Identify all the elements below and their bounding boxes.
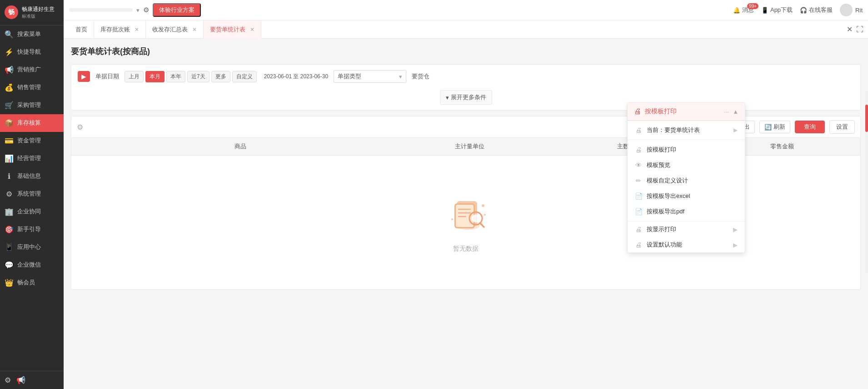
dropdown-item-template-export-pdf[interactable]: 📄按模板导出pdf <box>628 204 745 219</box>
logo-icon: 畅 <box>5 5 18 19</box>
date-btn-上月[interactable]: 上月 <box>125 71 144 82</box>
sidebar-item-quick-nav[interactable]: ⚡快捷导航 <box>0 43 64 61</box>
member-nav-icon: 👑 <box>5 278 14 287</box>
date-btn-本年[interactable]: 本年 <box>166 71 185 82</box>
date-btn-本月[interactable]: 本月 <box>145 71 165 82</box>
tabbar-actions: ✕ ⛶ <box>842 25 868 34</box>
basic-info-nav-icon: ℹ <box>5 172 14 181</box>
dropdown-current-arrow-icon: ▶ <box>733 127 738 133</box>
svg-point-8 <box>472 214 480 222</box>
dropdown-current-section: 🖨 当前：要货单统计表 ▶ <box>628 121 745 140</box>
expand-more-arrow-icon: ▾ <box>446 94 449 101</box>
wechat-nav-label: 企业微信 <box>17 261 41 269</box>
trial-button[interactable]: 体验行业方案 <box>153 3 201 17</box>
dropdown-item-label-template-print: 按模板打印 <box>647 146 738 154</box>
refresh-button[interactable]: 🔄 刷新 <box>759 121 790 133</box>
tab-close-inventory-batch[interactable]: ✕ <box>135 26 139 33</box>
dropdown-item-label-template-preview: 模板预览 <box>647 161 738 169</box>
dropdown-item-icon-template-design: ✏ <box>635 177 642 184</box>
purchase-nav-icon: 🛒 <box>5 101 14 110</box>
dropdown-item-icon-template-print: 🖨 <box>635 146 642 153</box>
sales-nav-icon: 💰 <box>5 83 14 92</box>
right-scrollbar-thumb[interactable] <box>865 105 868 132</box>
date-btn-更多[interactable]: 更多 <box>211 71 230 82</box>
sidebar-item-inventory[interactable]: 📦库存核算 <box>0 114 64 132</box>
online-service-button[interactable]: 🎧 在线客服 <box>800 6 833 14</box>
tab-inventory-batch[interactable]: 库存批次账✕ <box>94 20 146 39</box>
expand-more-button[interactable]: ▾ 展开更多条件 <box>440 90 492 105</box>
tab-receipt-summary[interactable]: 收发存汇总表✕ <box>146 20 204 39</box>
dropdown-print-icon: 🖨 <box>634 107 641 116</box>
type-select[interactable]: 单据类型 ▾ <box>334 70 406 83</box>
svg-point-12 <box>484 214 486 216</box>
sidebar-item-wechat[interactable]: 💬企业微信 <box>0 256 64 274</box>
dropdown-item-icon-template-export-excel: 📄 <box>635 192 642 200</box>
topbar: ▾ ⚙ 体验行业方案 🔔 消息 99+ 📱 App下载 🎧 在线客服 Rit <box>64 0 868 20</box>
dropdown-item-template-print[interactable]: 🖨按模板打印 <box>628 142 745 157</box>
sidebar-nav: 🔍搜索菜单⚡快捷导航📢营销推广💰销售管理🛒采购管理📦库存核算💳资金管理📊经营管理… <box>0 25 64 371</box>
sidebar-item-basic-info[interactable]: ℹ基础信息 <box>0 167 64 185</box>
tab-order-stats[interactable]: 要货单统计表✕ <box>204 20 261 39</box>
date-btn-自定义[interactable]: 自定义 <box>232 71 257 82</box>
sidebar-item-app-center[interactable]: 📱应用中心 <box>0 238 64 256</box>
messages-button[interactable]: 🔔 消息 99+ <box>733 6 754 14</box>
settings-icon[interactable]: ⚙ <box>5 376 11 384</box>
dropdown-item-template-design[interactable]: ✏模板自定义设计 <box>628 173 745 188</box>
avatar <box>840 4 853 16</box>
topbar-gear-icon[interactable]: ⚙ <box>143 6 149 14</box>
sidebar-item-marketing[interactable]: 📢营销推广 <box>0 61 64 79</box>
settings-button[interactable]: 设置 <box>829 120 855 134</box>
tab-home[interactable]: 首页 <box>69 20 94 39</box>
speaker-icon[interactable]: 📢 <box>16 376 25 384</box>
tabbar-expand-icon[interactable]: ⛶ <box>856 25 863 34</box>
tabbar-close-icon[interactable]: ✕ <box>847 25 853 34</box>
dropdown-item-template-preview[interactable]: 👁模板预览 <box>628 157 745 173</box>
sidebar-item-system[interactable]: ⚙系统管理 <box>0 185 64 203</box>
sidebar-item-sales[interactable]: 💰销售管理 <box>0 79 64 96</box>
search-nav-label: 搜索菜单 <box>17 30 41 38</box>
app-download-button[interactable]: 📱 App下载 <box>761 6 793 14</box>
empty-text: 暂无数据 <box>453 245 479 253</box>
right-scrollbar[interactable] <box>865 91 868 273</box>
guide-nav-icon: 🎯 <box>5 225 14 234</box>
dropdown-item-template-export-excel[interactable]: 📄按模板导出excel <box>628 188 745 204</box>
page-content: 要货单统计表(按商品) ▶ 单据日期 上月本月本年近7天更多自定义 2023-0… <box>64 39 868 389</box>
svg-line-9 <box>480 223 484 227</box>
table-header-2: 主计量单位 <box>391 138 548 155</box>
empty-icon <box>443 192 489 237</box>
dropdown-current-item[interactable]: 🖨 当前：要货单统计表 ▶ <box>628 122 745 138</box>
dropdown-sub-icon-set-default: 🖨 <box>635 241 642 248</box>
type-select-arrow-icon: ▾ <box>399 73 402 80</box>
settings-gear-icon[interactable]: ⚙ <box>77 123 83 131</box>
query-button[interactable]: 查询 <box>795 121 825 133</box>
table-header-1: 商品 <box>90 138 391 155</box>
tab-label-home: 首页 <box>75 25 87 34</box>
topbar-right-area: 🔔 消息 99+ 📱 App下载 🎧 在线客服 Rit <box>733 4 863 16</box>
dropdown-up-arrow-icon[interactable]: ▲ <box>733 108 738 115</box>
dropdown-dots-icon[interactable]: ··· <box>724 108 729 115</box>
dropdown-sub-set-default[interactable]: 🖨设置默认功能▶ <box>628 237 745 253</box>
tab-close-receipt-summary[interactable]: ✕ <box>192 26 197 33</box>
sidebar-item-operations[interactable]: 📊经营管理 <box>0 150 64 167</box>
sidebar-item-purchase[interactable]: 🛒采购管理 <box>0 96 64 114</box>
sidebar-item-search[interactable]: 🔍搜索菜单 <box>0 25 64 43</box>
date-range-display: 2023-06-01 至 2023-06-30 <box>264 73 328 81</box>
dropdown-current-label: 当前：要货单统计表 <box>647 126 729 134</box>
tab-label-inventory-batch: 库存批次账 <box>100 25 130 34</box>
dropdown-header-right: ··· ▲ <box>724 108 738 115</box>
sidebar-item-member[interactable]: 👑畅会员 <box>0 274 64 292</box>
date-btn-近7天[interactable]: 近7天 <box>187 71 210 82</box>
tab-close-order-stats[interactable]: ✕ <box>250 26 254 33</box>
sidebar-item-guide[interactable]: 🎯新手引导 <box>0 221 64 238</box>
user-menu[interactable]: Rit <box>840 4 863 16</box>
dropdown-sub-display-print[interactable]: 🖨按显示打印▶ <box>628 222 745 237</box>
sidebar-item-enterprise[interactable]: 🏢企业协同 <box>0 203 64 221</box>
username-label: Rit <box>855 7 863 14</box>
sidebar-item-finance[interactable]: 💳资金管理 <box>0 132 64 150</box>
topbar-search-bar <box>69 8 133 12</box>
basic-info-nav-label: 基础信息 <box>17 172 41 180</box>
topbar-dropdown-arrow[interactable]: ▾ <box>136 7 140 14</box>
filter-expand-button[interactable]: ▶ <box>78 71 90 82</box>
dropdown-current-icon: 🖨 <box>635 126 642 134</box>
phone-icon: 📱 <box>761 7 768 14</box>
